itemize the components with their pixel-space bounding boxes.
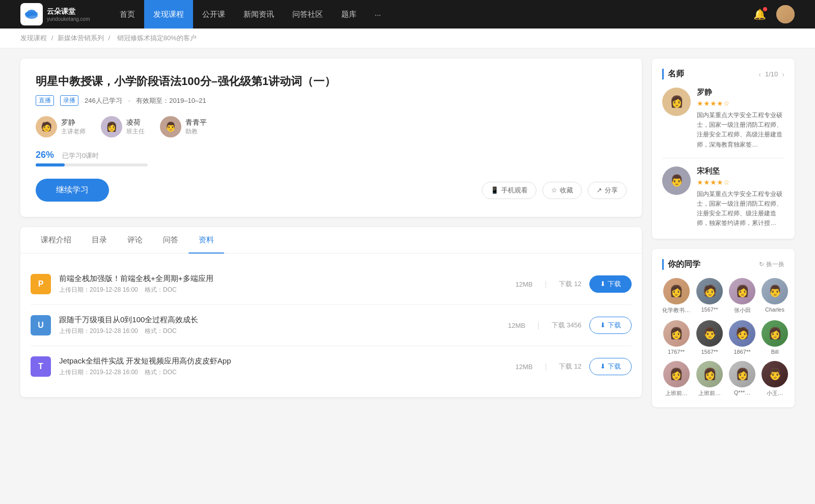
- download-button-2[interactable]: ⬇ 下载: [589, 317, 632, 334]
- teacher-panel-title: 名师: [662, 69, 684, 79]
- nav-item-home[interactable]: 首页: [111, 0, 144, 29]
- teacher-card-2: 👨 宋利坚 ★★★★☆ 国内某重点大学安全工程专业硕士，国家一级注册消防工程师、…: [662, 166, 784, 229]
- resource-meta-1: 上传日期：2019-12-28 16:00 格式：DOC: [59, 286, 507, 294]
- mobile-watch-button[interactable]: 📱 手机观看: [482, 182, 536, 199]
- refresh-icon: ↻: [759, 261, 764, 268]
- teacher-avatar-1: 🧑: [36, 116, 57, 137]
- nav-item-discover[interactable]: 发现课程: [144, 0, 193, 29]
- nav-item-more[interactable]: ···: [366, 0, 391, 29]
- classmate-4[interactable]: 👨 Charles: [762, 278, 788, 314]
- content-left: 明星中教授课，小学阶段语法100分–强化级第1讲动词（一） 直播 录播 246人…: [20, 59, 642, 407]
- logo-icon: [20, 3, 43, 25]
- collect-button[interactable]: ☆ 收藏: [542, 182, 582, 199]
- classmate-7[interactable]: 🧑 1867**: [729, 320, 755, 355]
- share-button[interactable]: ↗ 分享: [588, 182, 627, 199]
- progress-percent: 26%: [36, 150, 54, 160]
- tab-qa[interactable]: 问答: [153, 227, 188, 253]
- nav-item-qa[interactable]: 问答社区: [283, 0, 332, 29]
- download-button-1[interactable]: ⬇ 下载: [589, 275, 632, 293]
- classmate-avatar-1: 👩: [663, 278, 690, 304]
- classmate-9[interactable]: 👩 上班前…: [662, 361, 690, 397]
- classmate-name-1: 化学教书…: [662, 306, 690, 314]
- share-icon: ↗: [596, 186, 602, 194]
- teacher-page: 1/10: [765, 70, 778, 78]
- teacher-avatar-3: 👨: [160, 116, 181, 137]
- breadcrumb-discover[interactable]: 发现课程: [20, 34, 47, 42]
- notification-bell[interactable]: 🔔: [753, 8, 766, 20]
- resource-dl-1: 下载 12: [559, 279, 581, 289]
- resource-size-1: 12MB: [515, 281, 533, 288]
- classmate-8[interactable]: 👩 Bill: [762, 320, 788, 355]
- teacher-card-avatar-2: 👨: [662, 166, 691, 195]
- resource-name-3: Jetpack全组件实战 开发短视频应用高仿皮皮虾App: [59, 356, 507, 366]
- teacher-card-1: 👩 罗静 ★★★★☆ 国内某重点大学安全工程专业硕士，国家一级注册消防工程师、注…: [662, 88, 784, 158]
- resource-item-3: T Jetpack全组件实战 开发短视频应用高仿皮皮虾App 上传日期：2019…: [31, 346, 632, 387]
- resource-info-1: 前端全栈加强版！前端全栈+全周期+多端应用 上传日期：2019-12-28 16…: [59, 274, 507, 294]
- classmate-5[interactable]: 👩 1767**: [662, 320, 690, 355]
- refresh-classmates-button[interactable]: ↻ 换一换: [759, 260, 784, 269]
- classmates-panel: 你的同学 ↻ 换一换 👩 化学教书… 🧑 1567** 👩 张小田: [652, 249, 795, 407]
- tab-comments[interactable]: 评论: [117, 227, 153, 253]
- resource-name-2: 跟随千万级项目从0到100全过程高效成长: [59, 315, 500, 325]
- classmate-name-8: Bill: [771, 349, 779, 355]
- resource-item-2: U 跟随千万级项目从0到100全过程高效成长 上传日期：2019-12-28 1…: [31, 305, 632, 346]
- breadcrumb-series[interactable]: 新媒体营销系列: [58, 34, 104, 42]
- teacher-qingqingping: 👨 青青平 助教: [160, 116, 207, 137]
- teacher-panel: 名师 ‹ 1/10 › 👩 罗静 ★★★★☆ 国内某重点大学安全工程专业硕士: [652, 59, 795, 239]
- classmate-12[interactable]: 👨 小王…: [762, 361, 788, 397]
- teacher-card-info-2: 宋利坚 ★★★★☆ 国内某重点大学安全工程专业硕士，国家一级注册消防工程师、注册…: [697, 166, 784, 229]
- resource-info-2: 跟随千万级项目从0到100全过程高效成长 上传日期：2019-12-28 16:…: [59, 315, 500, 335]
- logo-text-block: 云朵课堂 yundouketang.com: [47, 7, 90, 22]
- tabs-section: 课程介绍 目录 评论 问答 资料 P 前端全栈加强版！前端全栈+全周期+多端应用…: [20, 227, 642, 397]
- classmate-10[interactable]: 👩 上班前…: [696, 361, 723, 397]
- classmate-11[interactable]: 👩 Q***…: [729, 361, 755, 397]
- mobile-icon: 📱: [491, 186, 499, 194]
- resource-size-3: 12MB: [515, 363, 533, 371]
- classmate-avatar-9: 👩: [663, 361, 690, 387]
- progress-section: 26% 已学习0课时: [36, 150, 627, 166]
- teacher-linghe: 👩 凌荷 班主任: [101, 116, 145, 137]
- user-avatar[interactable]: [776, 5, 795, 23]
- tab-resources[interactable]: 资料: [188, 227, 224, 253]
- classmate-avatar-8: 👩: [762, 320, 788, 347]
- nav-logo[interactable]: 云朵课堂 yundouketang.com: [20, 3, 90, 25]
- teacher-card-info-1: 罗静 ★★★★☆ 国内某重点大学安全工程专业硕士，国家一级注册消防工程师、注册安…: [697, 88, 784, 150]
- resource-info-3: Jetpack全组件实战 开发短视频应用高仿皮皮虾App 上传日期：2019-1…: [59, 356, 507, 377]
- nav-item-open[interactable]: 公开课: [193, 0, 234, 29]
- classmate-avatar-2: 🧑: [696, 278, 723, 304]
- classmate-2[interactable]: 🧑 1567**: [696, 278, 723, 314]
- teacher-prev-button[interactable]: ‹: [758, 70, 761, 78]
- classmate-1[interactable]: 👩 化学教书…: [662, 278, 690, 314]
- notification-dot: [763, 7, 767, 11]
- students-count: 246人已学习: [85, 96, 122, 105]
- tab-content-resources: P 前端全栈加强版！前端全栈+全周期+多端应用 上传日期：2019-12-28 …: [20, 254, 642, 397]
- classmate-name-10: 上班前…: [698, 389, 721, 397]
- svg-point-3: [32, 12, 38, 16]
- teacher-info-2: 凌荷 班主任: [126, 118, 145, 136]
- classmates-panel-title: 你的同学: [662, 259, 700, 270]
- teacher-avatar-2: 👩: [101, 116, 122, 137]
- classmate-name-12: 小王…: [767, 389, 783, 397]
- meta-separator: ·: [128, 97, 130, 104]
- classmate-name-6: 1567**: [701, 349, 718, 355]
- nav-item-news[interactable]: 新闻资讯: [234, 0, 283, 29]
- tab-intro[interactable]: 课程介绍: [31, 227, 82, 253]
- classmates-header: 你的同学 ↻ 换一换: [662, 259, 784, 270]
- resource-icon-3: T: [31, 356, 51, 377]
- classmate-6[interactable]: 👨 1567**: [696, 320, 723, 355]
- classmate-3[interactable]: 👩 张小田: [729, 278, 755, 314]
- classmate-avatar-7: 🧑: [729, 320, 755, 347]
- teacher-card-desc-1: 国内某重点大学安全工程专业硕士，国家一级注册消防工程师、注册安全工程师、高级注册…: [697, 110, 784, 150]
- nav-item-quiz[interactable]: 题库: [332, 0, 366, 29]
- classmate-name-9: 上班前…: [665, 389, 688, 397]
- teacher-stars-2: ★★★★☆: [697, 178, 784, 186]
- resource-icon-1: P: [31, 274, 51, 294]
- continue-learning-button[interactable]: 继续学习: [36, 179, 109, 202]
- star-icon: ☆: [551, 186, 557, 194]
- download-button-3[interactable]: ⬇ 下载: [589, 358, 632, 375]
- teacher-next-button[interactable]: ›: [782, 70, 784, 78]
- classmate-name-3: 张小田: [734, 306, 751, 314]
- course-actions: 继续学习 📱 手机观看 ☆ 收藏 ↗ 分享: [36, 179, 627, 202]
- tab-catalog[interactable]: 目录: [82, 227, 117, 253]
- nav-items: 首页 发现课程 公开课 新闻资讯 问答社区 题库 ···: [111, 0, 753, 29]
